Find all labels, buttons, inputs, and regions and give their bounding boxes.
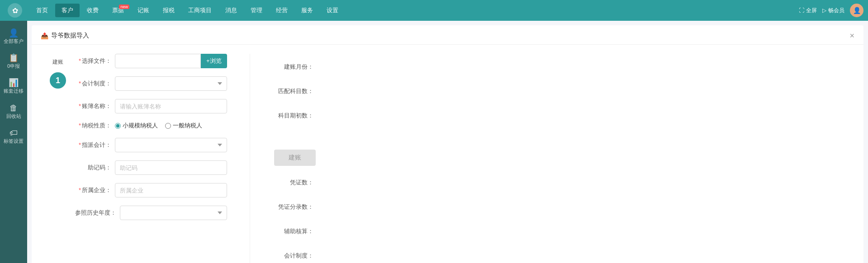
ref-year-select[interactable]: [120, 206, 227, 220]
nav-item-invoice[interactable]: 票据 new: [106, 4, 130, 17]
sidebar-item-label-declaration: 0申报: [7, 63, 20, 69]
tax-general-radio[interactable]: [165, 123, 171, 129]
vouchers-row: 凭证数：: [273, 178, 317, 187]
sidebar-item-all-customers[interactable]: 👤 全部客户: [1, 25, 26, 48]
nav-item-business[interactable]: 工商项目: [182, 4, 218, 17]
owner-enterprise-input[interactable]: [115, 183, 227, 197]
file-input-row: +浏览: [115, 54, 227, 68]
voucher-entries-row: 凭证分录数：: [273, 203, 317, 211]
form-left: *选择文件： +浏览 *会计制度：: [75, 54, 227, 228]
ledger-name-label: *账簿名称：: [75, 102, 111, 110]
accounting-system-select[interactable]: [115, 76, 227, 91]
ledger-name-input[interactable]: [115, 99, 227, 113]
sidebar-item-migration[interactable]: 📊 账套迁移: [1, 75, 26, 98]
period-init-label: 科目期初数：: [273, 112, 313, 120]
assign-accountant-row: *指派会计：: [75, 138, 227, 152]
right-section: 建账月份： 匹配科目数： 科目期初数：: [273, 54, 317, 263]
nav-item-tax[interactable]: 报税: [157, 4, 181, 17]
panel-title: 📤 导爷数据导入: [41, 32, 89, 40]
assign-accountant-select[interactable]: [115, 138, 227, 152]
accounting-system-right-row: 会计制度：: [273, 252, 317, 260]
nav-item-customer[interactable]: 客户: [55, 4, 80, 17]
close-button[interactable]: ×: [849, 32, 854, 40]
tax-radio-group: 小规模纳税人 一般纳税人: [115, 122, 227, 130]
build-month-row: 建账月份：: [273, 63, 317, 71]
sidebar-item-declaration[interactable]: 📋 0申报: [1, 50, 26, 73]
accounting-system-right-label: 会计制度：: [273, 252, 313, 260]
recycle-icon: 🗑: [9, 104, 18, 112]
top-navigation: ✿ 首页 客户 收费 票据 new 记账 报税 工商项目 消息 管理 经营 服务…: [0, 0, 868, 21]
match-subjects-label: 匹配科目数：: [273, 87, 313, 95]
step-section: 建账 1 *选择文件： +浏览: [50, 54, 227, 263]
accounting-system-label: *会计制度：: [75, 80, 111, 88]
nav-right: ⛶ 全屏 ▷ 畅会员 👤: [799, 4, 863, 17]
sidebar-item-tags[interactable]: 🏷 标签设置: [1, 125, 26, 148]
ref-year-row: 参照历史年度：: [75, 206, 227, 220]
voucher-entries-label: 凭证分录数：: [273, 203, 313, 211]
aux-calc-label: 辅助核算：: [273, 227, 313, 235]
build-account-button[interactable]: 建账: [274, 150, 316, 166]
ref-year-label: 参照历史年度：: [75, 209, 116, 217]
new-badge: new: [119, 5, 129, 9]
sidebar-item-recycle[interactable]: 🗑 回收站: [1, 100, 26, 123]
logo-circle: ✿: [8, 3, 22, 18]
memo-code-input[interactable]: [115, 160, 227, 175]
sidebar-item-label-recycle: 回收站: [6, 113, 21, 119]
content-area: 📤 导爷数据导入 × 建账 1: [27, 21, 868, 263]
tax-small-label[interactable]: 小规模纳税人: [115, 122, 158, 130]
step-badge: 1: [50, 72, 66, 89]
main-layout: 👤 全部客户 📋 0申报 📊 账套迁移 🗑 回收站 🏷 标签设置 📤 导: [0, 21, 868, 263]
ledger-name-row: *账簿名称：: [75, 99, 227, 113]
accounting-system-row: *会计制度：: [75, 76, 227, 91]
file-row: *选择文件： +浏览: [75, 54, 227, 68]
owner-enterprise-label: *所属企业：: [75, 186, 111, 194]
sidebar-item-label-migration: 账套迁移: [4, 88, 24, 94]
app-logo: ✿: [5, 0, 25, 21]
vip-button[interactable]: ▷ 畅会员: [822, 7, 844, 14]
main-panel: 📤 导爷数据导入 × 建账 1: [32, 25, 863, 263]
aux-calc-row: 辅助核算：: [273, 227, 317, 235]
memo-code-label: 助记码：: [75, 164, 111, 172]
vip-icon: ▷: [822, 7, 826, 14]
period-init-row: 科目期初数：: [273, 112, 317, 120]
nav-item-fee[interactable]: 收费: [81, 4, 105, 17]
nav-item-operation[interactable]: 经营: [270, 4, 294, 17]
nav-item-home[interactable]: 首页: [30, 4, 54, 17]
nav-item-manage[interactable]: 管理: [244, 4, 269, 17]
vertical-divider: [250, 54, 250, 263]
step-label: 建账: [52, 58, 63, 66]
file-label: *选择文件：: [75, 57, 111, 65]
file-input[interactable]: [115, 54, 201, 68]
memo-code-row: 助记码：: [75, 160, 227, 175]
tags-icon: 🏷: [9, 129, 18, 137]
build-month-label: 建账月份：: [273, 63, 313, 71]
browse-button[interactable]: +浏览: [201, 54, 227, 68]
nav-item-service[interactable]: 服务: [295, 4, 319, 17]
nav-item-settings[interactable]: 设置: [320, 4, 345, 17]
owner-enterprise-row: *所属企业：: [75, 183, 227, 197]
match-subjects-row: 匹配科目数：: [273, 87, 317, 95]
nav-item-message[interactable]: 消息: [219, 4, 243, 17]
tax-type-row: *纳税性质： 小规模纳税人 一般纳税人: [75, 122, 227, 130]
fullscreen-icon: ⛶: [799, 7, 804, 14]
panel-header: 📤 导爷数据导入 ×: [32, 25, 863, 45]
fullscreen-button[interactable]: ⛶ 全屏: [799, 7, 817, 14]
tax-small-radio[interactable]: [115, 123, 121, 129]
form-container: 建账 1 *选择文件： +浏览: [32, 45, 863, 263]
right-form-rows: 建账月份： 匹配科目数： 科目期初数：: [273, 63, 317, 263]
nav-items: 首页 客户 收费 票据 new 记账 报税 工商项目 消息 管理 经营 服务 设…: [30, 4, 799, 17]
nav-item-bookkeeping[interactable]: 记账: [131, 4, 156, 17]
migration-icon: 📊: [9, 79, 19, 87]
tax-general-label[interactable]: 一般纳税人: [165, 122, 202, 130]
avatar[interactable]: 👤: [850, 4, 863, 17]
sidebar-item-label-customers: 全部客户: [4, 38, 24, 44]
sidebar: 👤 全部客户 📋 0申报 📊 账套迁移 🗑 回收站 🏷 标签设置: [0, 21, 27, 263]
declaration-icon: 📋: [9, 54, 19, 62]
panel-title-text: 导爷数据导入: [51, 32, 89, 40]
customers-icon: 👤: [9, 29, 19, 37]
tax-type-label: *纳税性质：: [75, 122, 111, 130]
upload-icon: 📤: [41, 32, 48, 39]
assign-accountant-label: *指派会计：: [75, 141, 111, 149]
sidebar-item-label-tags: 标签设置: [4, 138, 24, 144]
vouchers-label: 凭证数：: [273, 178, 313, 187]
